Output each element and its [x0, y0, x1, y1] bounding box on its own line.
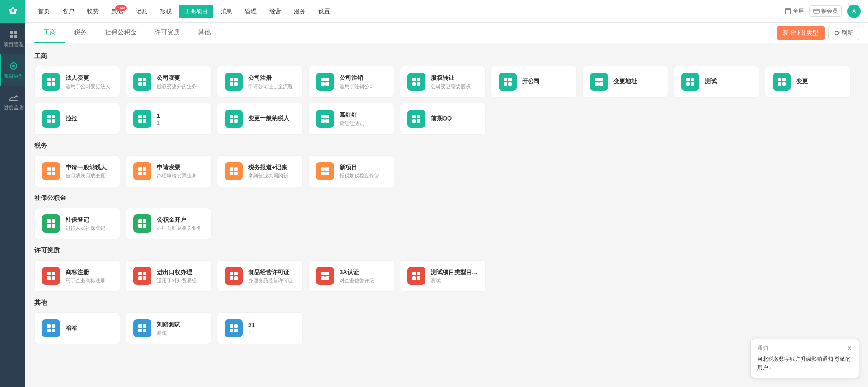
card-gao-honghong[interactable]: 葛红红葛红红测试	[308, 103, 394, 135]
card-shenqing-yiban[interactable]: 申请一般纳税人当月或次月成变更完成	[34, 155, 120, 187]
card-info-biangeng2: 变更	[796, 77, 843, 86]
card-faren-biangeng[interactable]: 法人变更适用于公司变更法人	[34, 66, 120, 98]
project-mgmt-icon	[9, 29, 19, 39]
sidebar-item-progress-monitor[interactable]: 进度监测	[0, 86, 25, 117]
svg-rect-18	[234, 78, 238, 81]
card-kai-gongsi[interactable]: 开公司	[491, 66, 577, 98]
svg-rect-99	[230, 276, 233, 280]
nav-home[interactable]: 首页	[33, 5, 55, 18]
svg-rect-30	[508, 78, 512, 81]
card-shenqing-fapiao[interactable]: 申请发票办理申请发票业务	[126, 155, 212, 187]
sidebar-logo[interactable]: ✿	[0, 0, 25, 23]
nav-bizproject[interactable]: 工商项目	[179, 5, 213, 18]
card-info-lala: 拉拉	[66, 114, 113, 123]
svg-rect-111	[47, 329, 51, 332]
card-info-jinchukouquan: 进出口权办理适用于对外贸易经营者	[157, 268, 204, 284]
card-biangeng-yiban[interactable]: 变更一般纳税人	[217, 103, 303, 135]
nav-manage[interactable]: 管理	[240, 5, 262, 18]
card-name-gongsi-zhuxiao: 公司注销	[340, 74, 387, 82]
svg-rect-25	[412, 78, 416, 81]
nav-tax[interactable]: 报税	[155, 5, 177, 18]
svg-rect-81	[47, 219, 51, 223]
card-gongsi-zhuxiao[interactable]: 公司注销适用于注销公司	[308, 66, 394, 98]
svg-rect-36	[599, 82, 603, 86]
refresh-button[interactable]: 刷新	[828, 26, 859, 40]
vip-button[interactable]: 畅会员	[809, 5, 842, 17]
card-gongsi-biangeng[interactable]: 公司变更股权变更外的业务变更	[126, 66, 212, 98]
card-name-ceshi: 测试	[705, 77, 752, 85]
nav-invoice[interactable]: 票据 new	[106, 5, 128, 18]
card-desc-shebao-dengji: 进行人员社保登记	[66, 225, 113, 232]
svg-rect-54	[234, 115, 238, 118]
tab-gongshang[interactable]: 工商	[34, 23, 65, 43]
svg-rect-1	[14, 31, 17, 34]
new-type-button[interactable]: 新增业务类型	[777, 26, 825, 40]
project-type-icon	[9, 61, 19, 71]
svg-rect-89	[47, 272, 51, 275]
svg-rect-15	[138, 82, 142, 86]
svg-rect-44	[782, 82, 786, 86]
card-xin-xiangmu[interactable]: 新项目报税加税控盘保管	[308, 155, 394, 187]
card-info-gongsi-biangeng: 公司变更股权变更外的业务变更	[157, 74, 204, 90]
nav-settings[interactable]: 设置	[313, 5, 335, 18]
svg-rect-52	[143, 119, 146, 123]
tab-xuke[interactable]: 许可资质	[146, 23, 189, 43]
card-twentyone[interactable]: 211	[217, 312, 303, 344]
svg-rect-53	[230, 115, 233, 118]
card-desc-xin-xiangmu: 报税加税控盘保管	[340, 173, 387, 179]
card-desc-ceshi-xiangmu: 测试	[431, 277, 478, 284]
card-icon-one	[133, 110, 151, 128]
svg-rect-100	[234, 276, 238, 280]
notif-close-button[interactable]: ✕	[847, 345, 852, 352]
svg-rect-76	[234, 172, 238, 175]
card-gongjijin-kaihu[interactable]: 公积金开户办理公积金相关业务	[126, 208, 212, 239]
card-name-biangeng-yiban: 变更一般纳税人	[248, 114, 295, 122]
nav-billing[interactable]: 收费	[81, 5, 104, 18]
card-qianqi-qq[interactable]: 前期QQ	[400, 103, 486, 135]
card-shebao-dengji[interactable]: 社保登记进行人员社保登记	[34, 208, 120, 239]
sidebar-item-label-project-type: 项目类型	[4, 73, 24, 79]
svg-rect-32	[508, 82, 512, 86]
svg-rect-80	[326, 172, 329, 175]
svg-rect-17	[230, 78, 233, 81]
card-name-twentyone: 21	[248, 322, 295, 329]
nav-message[interactable]: 消息	[215, 5, 238, 18]
tab-shuiwu[interactable]: 税务	[65, 23, 96, 43]
nav-customer[interactable]: 客户	[57, 5, 80, 18]
card-name-liupei-ceshi: 刘赔测试	[157, 321, 204, 329]
svg-rect-23	[321, 82, 325, 86]
nav-service[interactable]: 服务	[288, 5, 311, 18]
card-icon-3a-renzheng	[316, 267, 334, 285]
nav-accounting[interactable]: 记账	[130, 5, 153, 18]
sidebar-item-project-mgmt[interactable]: 项目管理	[0, 23, 25, 54]
card-biangeng2[interactable]: 变更	[765, 66, 851, 98]
card-lala[interactable]: 拉拉	[34, 103, 120, 135]
card-liupei-ceshi[interactable]: 刘赔测试测试	[126, 312, 212, 344]
content-area: 工商 税务 社保公积金 许可资质 其他 新增业务类型 刷新 工商	[25, 23, 868, 387]
tab-shebao[interactable]: 社保公积金	[96, 23, 146, 43]
card-jinchukouquan[interactable]: 进出口权办理适用于对外贸易经营者	[126, 260, 212, 292]
card-biangeng-dizhi[interactable]: 变更地址	[582, 66, 668, 98]
card-shuiwu-baodao[interactable]: 税务报道+记账拿到营业执照的新公司	[217, 155, 303, 187]
card-ceshi-xiangmu[interactable]: 测试项目类型目定义测试	[400, 260, 486, 292]
tab-actions: 新增业务类型 刷新	[777, 26, 859, 40]
card-guquan-zhuanrang[interactable]: 股权转让公司变更需要股权转让	[400, 66, 486, 98]
svg-rect-59	[321, 119, 325, 123]
card-icon-faren-biangeng	[42, 73, 60, 91]
fullscreen-btn[interactable]: 全屏	[785, 7, 804, 15]
card-gongsi-zhuce[interactable]: 公司注册申请公司注册全流程	[217, 66, 303, 98]
card-info-ceshi: 测试	[705, 77, 752, 86]
sidebar-item-project-type[interactable]: 项目类型	[0, 54, 25, 86]
card-3a-renzheng[interactable]: 3A认证对企业信誉评级	[308, 260, 394, 292]
card-shangbiao-zhuce[interactable]: 商标注册用于企业商标注册服务	[34, 260, 120, 292]
card-haha[interactable]: 哈哈	[34, 312, 120, 344]
user-avatar[interactable]: A	[847, 5, 861, 18]
nav-operation[interactable]: 经营	[264, 5, 287, 18]
sidebar: ✿ 项目管理 项目类型 进度监测	[0, 0, 25, 387]
card-one[interactable]: 11	[126, 103, 212, 135]
card-desc-shenqing-fapiao: 办理申请发票业务	[157, 173, 204, 179]
card-name-biangeng2: 变更	[796, 77, 843, 85]
card-ceshi[interactable]: 测试	[674, 66, 760, 98]
card-shipin-jingying[interactable]: 食品经营许可证办理食品经营许可证	[217, 260, 303, 292]
tab-other[interactable]: 其他	[189, 23, 220, 43]
